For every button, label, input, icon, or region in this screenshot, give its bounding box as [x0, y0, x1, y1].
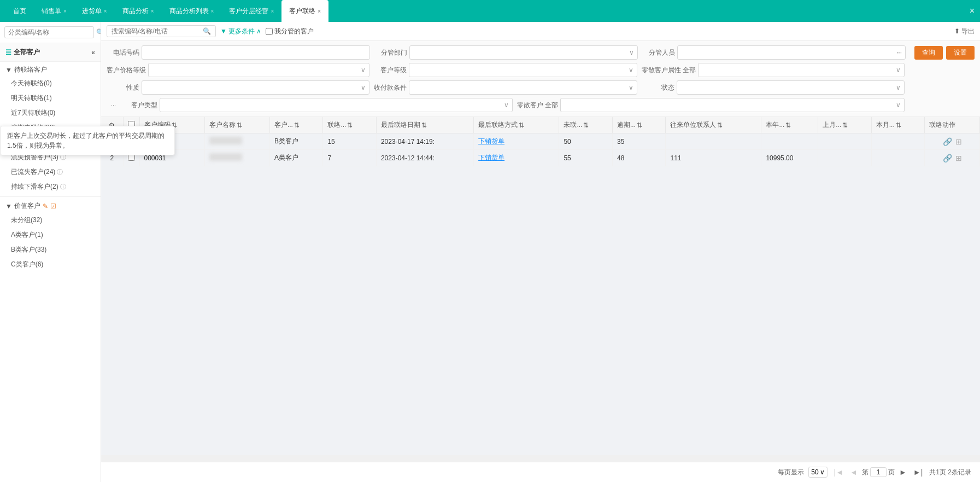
- td-unread-2: 55: [559, 150, 613, 166]
- td-last-month-2: [818, 150, 872, 166]
- nav-analysis-close[interactable]: ×: [151, 8, 154, 14]
- nav-customer-tier-close[interactable]: ×: [271, 8, 274, 14]
- td-overdue-1: 35: [612, 133, 666, 150]
- td-name-1-blurred: [209, 137, 242, 144]
- sidebar-item-7days[interactable]: 近7天待联络(0): [0, 106, 101, 120]
- filter-customer-level: 客户等级 ∨: [374, 63, 637, 77]
- filter-price-level-select[interactable]: ∨: [148, 63, 369, 77]
- nav-sales[interactable]: 销售单 ×: [34, 0, 74, 22]
- filter-person-select[interactable]: ···: [677, 45, 906, 60]
- nav-customer-contact[interactable]: 客户联络 ×: [281, 0, 328, 22]
- td-unit-contact-2: 111: [666, 150, 761, 166]
- td-name-2-blurred: [209, 153, 242, 161]
- sidebar-search-input[interactable]: [4, 26, 94, 38]
- tooltip-box: 距客户上次交易时长，超过了此客户的平均交易周期的1.5倍，则视为异常。: [0, 126, 101, 155]
- page-next-btn[interactable]: ►: [897, 467, 909, 477]
- nav-analysis-list-close[interactable]: ×: [211, 8, 214, 14]
- filter-retail-attr-select[interactable]: ∨: [698, 63, 905, 77]
- export-btn[interactable]: ⬆ 导出: [954, 27, 975, 36]
- table-horizontal-scrollbar[interactable]: [101, 455, 980, 462]
- page-prev-btn[interactable]: ◄: [848, 467, 860, 477]
- all-customers-title: ☰ 全部客户 «: [0, 43, 101, 62]
- nav-customer-contact-close[interactable]: ×: [318, 8, 321, 14]
- nav-customer-tier[interactable]: 客户分层经营 ×: [221, 0, 281, 22]
- page-last-btn[interactable]: ►|: [911, 467, 925, 477]
- sidebar-item-lost[interactable]: 已流失客户(24) ⓘ: [0, 165, 101, 179]
- nav-purchase-close[interactable]: ×: [104, 8, 107, 14]
- table-row: 2 000031 A类客户: [101, 150, 980, 166]
- filter-search-icon[interactable]: 🔍: [203, 27, 211, 35]
- sidebar-group-pending[interactable]: ▼ 待联络客户: [0, 62, 101, 76]
- filter-icon: ▼: [220, 27, 227, 35]
- th-last-contact-method[interactable]: 最后联络方式⇅: [474, 117, 559, 133]
- action-grid-icon-2[interactable]: ⊞: [955, 154, 962, 162]
- filter-actions: 查询 设置: [914, 46, 975, 60]
- payment-caret: ∨: [629, 84, 633, 91]
- th-current-year[interactable]: 本年...⇅: [761, 117, 818, 133]
- filter-nature-select[interactable]: ∨: [142, 80, 369, 95]
- filter-customer-level-select[interactable]: ∨: [409, 63, 637, 77]
- my-customers-cb[interactable]: [266, 28, 273, 35]
- td-last-contact-date-2: 2023-04-12 14:44:: [376, 150, 473, 166]
- th-unread[interactable]: 未联...⇅: [559, 117, 613, 133]
- my-customers-checkbox[interactable]: 我分管的客户: [266, 27, 314, 36]
- sidebar-search-icon[interactable]: 🔍: [96, 28, 101, 36]
- td-customer-type-1: B类客户: [269, 133, 323, 150]
- th-unit-contact[interactable]: 往来单位联系人⇅: [666, 117, 761, 133]
- more-conditions-btn[interactable]: ▼ 更多条件 ∧: [220, 27, 261, 36]
- sidebar-item-class-a[interactable]: A类客户(1): [0, 228, 101, 242]
- nav-analysis-list[interactable]: 商品分析列表 ×: [162, 0, 222, 22]
- th-this-month[interactable]: 本月...⇅: [871, 117, 925, 133]
- filter-retail-customer-select[interactable]: ∨: [560, 98, 905, 112]
- filter-customer-type-select[interactable]: ∨: [160, 98, 512, 112]
- page-first-btn[interactable]: |◄: [832, 467, 846, 477]
- sidebar-collapse-btn[interactable]: «: [91, 49, 95, 56]
- th-customer-type[interactable]: 客户...⇅: [269, 117, 323, 133]
- content-area: 🔍 ▼ 更多条件 ∧ 我分管的客户 ⬆ 导出 电话号码: [101, 22, 980, 482]
- filter-retail-customer: 零散客户 全部 ∨: [517, 98, 905, 112]
- nav-home[interactable]: 首页: [5, 0, 34, 22]
- page-number-input[interactable]: [870, 467, 887, 477]
- action-link-icon-2[interactable]: 🔗: [943, 154, 952, 162]
- td-last-contact-method-2[interactable]: 下销货单: [474, 150, 559, 166]
- sidebar-search-area: 🔍: [0, 22, 101, 43]
- sidebar-item-declining[interactable]: 持续下滑客户(2) ⓘ: [0, 179, 101, 194]
- filter-phone-input[interactable]: [142, 45, 370, 60]
- filter-nature: 性质 ∨: [107, 80, 369, 95]
- sidebar-item-today[interactable]: 今天待联络(0): [0, 76, 101, 91]
- value-group-edit-icon[interactable]: ✎: [43, 202, 48, 210]
- td-contact-count-1: 15: [323, 133, 377, 150]
- action-link-icon-1[interactable]: 🔗: [943, 137, 952, 146]
- filter-price-level: 客户价格等级 ∨: [107, 63, 369, 77]
- td-last-month-1: [818, 133, 872, 150]
- set-btn[interactable]: 设置: [946, 46, 975, 60]
- th-last-month[interactable]: 上月...⇅: [818, 117, 872, 133]
- th-last-contact-date[interactable]: 最后联络日期⇅: [376, 117, 473, 133]
- th-contact-count[interactable]: 联络...⇅: [323, 117, 377, 133]
- nav-sales-close[interactable]: ×: [63, 8, 67, 14]
- value-group-add-icon[interactable]: ☑: [50, 202, 56, 210]
- sidebar-item-class-b[interactable]: B类客户(33): [0, 242, 101, 257]
- retail-customer-caret: ∨: [896, 101, 901, 109]
- th-name[interactable]: 客户名称⇅: [204, 117, 269, 133]
- more-conditions-link[interactable]: ···: [111, 102, 116, 108]
- filter-payment-select[interactable]: ∨: [409, 80, 637, 95]
- per-page-select[interactable]: 50 ∨: [808, 467, 827, 478]
- filter-status-select[interactable]: ∨: [677, 80, 905, 95]
- filter-phone: 电话号码: [107, 45, 370, 60]
- filter-search-input[interactable]: [112, 27, 201, 35]
- query-btn[interactable]: 查询: [914, 46, 943, 60]
- sidebar-item-ungrouped[interactable]: 未分组(32): [0, 213, 101, 228]
- td-last-contact-method-1[interactable]: 下销货单: [474, 133, 559, 150]
- filter-row-4: ··· 客户类型 ∨ 零散客户 全部 ∨: [107, 98, 975, 112]
- nav-analysis[interactable]: 商品分析 ×: [115, 0, 162, 22]
- close-all-btn[interactable]: ×: [970, 6, 975, 16]
- filter-department-select[interactable]: ∨: [409, 45, 638, 60]
- sidebar-item-class-c[interactable]: C类客户(6): [0, 257, 101, 272]
- sidebar-item-tomorrow[interactable]: 明天待联络(1): [0, 91, 101, 106]
- nav-purchase[interactable]: 进货单 ×: [74, 0, 115, 22]
- table-header-row: ⚙ 客户编码⇅ 客户名称⇅ 客户...⇅: [101, 117, 980, 133]
- action-grid-icon-1[interactable]: ⊞: [955, 137, 962, 146]
- th-overdue[interactable]: 逾期...⇅: [612, 117, 666, 133]
- nature-caret: ∨: [361, 84, 366, 91]
